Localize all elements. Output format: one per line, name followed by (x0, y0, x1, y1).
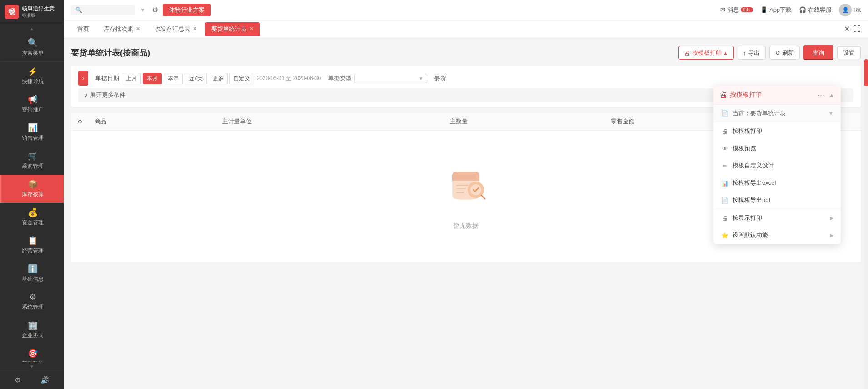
sidebar-nav: 🔍 搜索菜单 ⚡ 快捷导航 📢 营销推广 📊 销售管理 🛒 采购管理 📦 库存核… (0, 33, 64, 362)
type-filter-label: 单据类型 (328, 74, 352, 82)
sidebar-item-purchase[interactable]: 🛒 采购管理 (0, 147, 64, 175)
dropdown-current-template[interactable]: 📄 当前：要货单统计表 ▼ (713, 105, 841, 122)
date-btn-last7[interactable]: 近7天 (185, 73, 207, 84)
th-unit: 主计量单位 (217, 113, 444, 131)
tab-order-stats[interactable]: 要货单统计表 ✕ (205, 22, 260, 36)
th-quantity: 主数量 (444, 113, 605, 131)
app-download-btn[interactable]: 📱 App下载 (760, 6, 792, 14)
trial-button[interactable]: 体验行业方案 (163, 4, 211, 16)
type-filter-group: 单据类型 ▼ (328, 74, 427, 83)
template-print-btn[interactable]: 🖨 按模板打印 ▲ (678, 46, 734, 60)
goods-filter-group: 要货 (434, 74, 446, 82)
avatar-image: 👤 (839, 4, 852, 16)
dropdown-item-template-print[interactable]: 🖨 按模板打印 (713, 122, 841, 140)
chevron-up-icon: ▲ (723, 51, 728, 56)
display-print-icon: 🖨 (721, 215, 729, 222)
sidebar-item-starter[interactable]: 🎯 新手引导 (0, 344, 64, 362)
tab-close-order-stats[interactable]: ✕ (249, 26, 254, 32)
date-range-text: 2023-06-01 至 2023-06-30 (257, 75, 321, 82)
settings-btn[interactable]: 设置 (837, 46, 861, 59)
excel-icon: 📊 (721, 180, 729, 187)
window-close-btn[interactable]: ✕ (844, 25, 850, 33)
scrollbar-thumb[interactable] (864, 59, 868, 86)
sidebar-bottom: ⚙ 🔊 (0, 371, 64, 389)
type-filter-select[interactable]: ▼ (354, 74, 427, 83)
th-goods: 商品 (89, 113, 217, 131)
tab-inventory-batch[interactable]: 库存批次账 ✕ (97, 22, 146, 36)
export-btn[interactable]: ↑ 导出 (738, 46, 766, 60)
sidebar-item-system[interactable]: ⚙ 系统管理 (0, 288, 64, 316)
design-icon: ✏ (721, 162, 729, 169)
chevron-down-expand-icon: ∨ (84, 92, 88, 99)
sidebar-scroll-down[interactable]: ▼ (0, 362, 64, 371)
date-btn-current-year[interactable]: 本年 (164, 73, 183, 84)
printer-icon: 🖨 (720, 91, 727, 99)
main-area: 🔍 ▼ ⚙ 体验行业方案 ✉ 消息 99+ 📱 App下载 🎧 在线客服 👤 (64, 0, 868, 389)
th-settings[interactable]: ⚙ (71, 113, 89, 131)
sidebar-item-label: 系统管理 (22, 303, 44, 311)
search-icon: 🔍 (28, 38, 38, 48)
dropdown-item-export-pdf[interactable]: 📄 按模板导出pdf (713, 192, 841, 209)
dropdown-header-label: 按模板打印 (730, 91, 762, 99)
sidebar-item-label: 营销推广 (22, 106, 44, 114)
sidebar-item-enterprise[interactable]: 🏢 企业协同 (0, 316, 64, 344)
dropdown-item-export-excel[interactable]: 📊 按模板导出excel (713, 174, 841, 192)
purchase-icon: 🛒 (28, 151, 38, 161)
preview-icon: 👁 (721, 145, 729, 152)
dropdown-item-display-print[interactable]: 🖨 按显示打印 ▶ (713, 209, 841, 227)
sidebar-item-label: 经营管理 (22, 247, 44, 255)
app-download-icon: 📱 (760, 6, 768, 13)
sidebar-item-label: 快捷导航 (22, 78, 44, 86)
dropdown-collapse-icon[interactable]: ▲ (829, 92, 834, 98)
dropdown-item-template-custom[interactable]: ✏ 模板自定义设计 (713, 157, 841, 174)
dropdown-item-set-default[interactable]: ⭐ 设置默认功能 ▶ (713, 227, 841, 244)
topbar-dropdown-arrow[interactable]: ▼ (140, 7, 145, 13)
notifications-btn[interactable]: ✉ 消息 99+ (720, 6, 753, 14)
date-btn-prev-month[interactable]: 上月 (122, 73, 141, 84)
sidebar-item-sales[interactable]: 📊 销售管理 (0, 118, 64, 147)
window-expand-btn[interactable]: ⛶ (853, 25, 861, 33)
basic-info-icon: ℹ️ (28, 264, 38, 274)
topbar-search[interactable]: 🔍 (71, 5, 135, 15)
date-filter-label: 单据日期 (95, 74, 119, 82)
expand-arrow-btn[interactable]: › (78, 71, 88, 86)
notifications-icon: ✉ (720, 6, 725, 13)
sidebar-item-finance[interactable]: 💰 资金管理 (0, 203, 64, 231)
date-btn-more[interactable]: 更多 (209, 73, 228, 84)
tab-close-receipt-summary[interactable]: ✕ (193, 26, 197, 32)
print-icon: 🖨 (721, 128, 729, 135)
date-btn-custom[interactable]: 自定义 (229, 73, 254, 84)
operations-icon: 📋 (28, 236, 38, 246)
page-title: 要货单统计表(按商品) (71, 47, 150, 58)
pdf-icon: 📄 (721, 197, 729, 204)
sidebar-item-basic-info[interactable]: ℹ️ 基础信息 (0, 259, 64, 288)
user-avatar[interactable]: 👤 Rit (839, 4, 861, 16)
date-btn-current-month[interactable]: 本月 (143, 73, 162, 84)
settings-bottom-icon[interactable]: ⚙ (15, 376, 21, 384)
online-service-btn[interactable]: 🎧 在线客服 (799, 6, 832, 14)
topbar-right: ✉ 消息 99+ 📱 App下载 🎧 在线客服 👤 Rit (720, 4, 861, 16)
sidebar-item-inventory[interactable]: 📦 库存核算 (0, 175, 64, 203)
page-header: 要货单统计表(按商品) 🖨 按模板打印 ▲ ↑ 导出 ↺ 刷新 查询 设置 (71, 45, 861, 60)
dropdown-item-template-preview[interactable]: 👁 模板预览 (713, 140, 841, 157)
sidebar: 畅 畅康通好生意 标准版 ▲ 🔍 搜索菜单 ⚡ 快捷导航 📢 营销推广 📊 销售… (0, 0, 64, 389)
finance-icon: 💰 (28, 207, 38, 217)
tab-close-inventory-batch[interactable]: ✕ (136, 26, 140, 32)
sidebar-item-quick-nav[interactable]: ⚡ 快捷导航 (0, 62, 64, 90)
page-actions: 🖨 按模板打印 ▲ ↑ 导出 ↺ 刷新 查询 设置 (678, 45, 861, 60)
query-btn[interactable]: 查询 (803, 45, 833, 60)
chevron-down-icon: ▼ (419, 76, 423, 81)
sidebar-item-label: 搜索菜单 (22, 49, 44, 57)
sound-bottom-icon[interactable]: 🔊 (40, 376, 50, 384)
sidebar-item-search[interactable]: 🔍 搜索菜单 (0, 33, 64, 62)
sidebar-item-operations[interactable]: 📋 经营管理 (0, 231, 64, 259)
sales-icon: 📊 (28, 123, 38, 133)
sidebar-item-marketing[interactable]: 📢 营销推广 (0, 90, 64, 118)
dropdown-dots-btn[interactable]: ··· (816, 90, 826, 100)
tab-home[interactable]: 首页 (71, 22, 95, 36)
template-indicator-icon: 📄 (721, 110, 729, 117)
tab-receipt-summary[interactable]: 收发存汇总表 ✕ (148, 22, 203, 36)
refresh-btn[interactable]: ↺ 刷新 (769, 46, 800, 60)
topbar-gear-icon[interactable]: ⚙ (152, 5, 158, 14)
sidebar-scroll-up[interactable]: ▲ (0, 24, 64, 33)
